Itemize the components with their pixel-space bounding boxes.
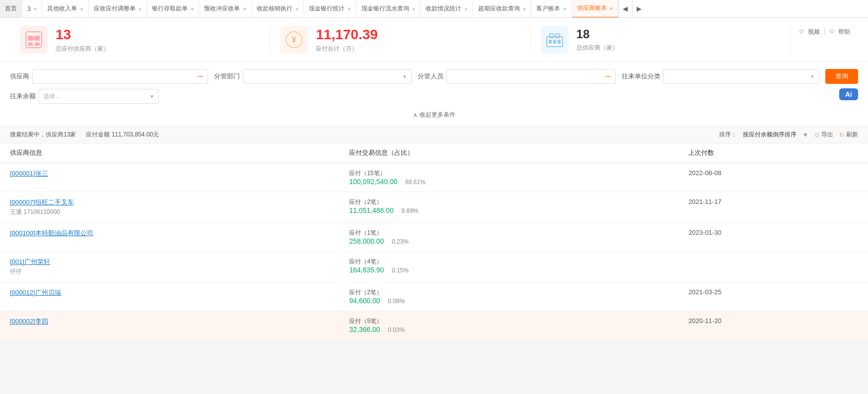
transaction-amount: 258,000.00: [349, 237, 384, 245]
close-icon[interactable]: ×: [464, 6, 467, 12]
close-icon[interactable]: ×: [34, 6, 37, 12]
transaction-pct: 0.15%: [392, 267, 409, 274]
nav-tab-cash-bank-stats[interactable]: 现金银行统计 ×: [304, 0, 356, 18]
filter-category-label: 往来单位分类: [622, 72, 660, 81]
nav-tab-advance-receive[interactable]: 预收冲应收单 ×: [199, 0, 251, 18]
refresh-button[interactable]: ↻ 刷新: [839, 131, 858, 139]
close-icon[interactable]: ×: [243, 6, 246, 12]
supplier-link[interactable]: [000001]张三: [10, 169, 349, 178]
nav-tab-home[interactable]: 首页: [0, 0, 22, 18]
nav-tab-ar-ap-adjust[interactable]: 应收应付调整单 ×: [89, 0, 147, 18]
close-icon[interactable]: ×: [412, 6, 415, 12]
results-bar: 搜索结果中，供应商13家 应付金额 111,703,854.00元 排序： 按应…: [0, 127, 868, 143]
video-icon: ⊙: [799, 28, 804, 35]
nav-tab-customer-ledger[interactable]: 客户账本 ×: [531, 0, 572, 18]
supplier-link[interactable]: [000002]李四: [10, 317, 349, 326]
transaction-label: 应付（15笔）: [349, 169, 688, 178]
summary-card1-number: 13: [56, 26, 109, 43]
dept-input[interactable]: ▼: [243, 69, 412, 84]
svg-text:¥: ¥: [32, 36, 35, 41]
nav-tab-collection-verify[interactable]: 收款核销执行 ×: [252, 0, 304, 18]
last-pay-date: 2021-11-17: [688, 198, 858, 205]
table-row: [000002]李四 应付（5笔） 32,366.00 0.03% 2020-1…: [0, 311, 868, 340]
close-icon[interactable]: ×: [295, 6, 298, 12]
summary-card2-number: 11,170.39: [316, 26, 378, 43]
transaction-cell: 应付（5笔） 32,366.00 0.03%: [349, 317, 688, 333]
transaction-amount: 100,092,540.00: [349, 178, 397, 186]
nav-tab-other-income[interactable]: 其他收入单 ×: [42, 0, 88, 18]
nav-prev-arrow[interactable]: ◀: [618, 0, 632, 18]
query-button[interactable]: 查询: [825, 69, 858, 84]
sort-value[interactable]: 按应付余额倒序排序: [743, 131, 796, 139]
filter-balance: 往来余额 选择... ▼: [10, 89, 159, 104]
summary-bar: ¥ 13 总应付供应商（家） ¥ 11,170.39 应付合计（万）: [0, 18, 868, 62]
table-header: 供应商信息 应付交易信息（占比） 上次付数: [0, 143, 868, 163]
transaction-amount: 11,051,486.00: [349, 206, 394, 214]
supplier-link[interactable]: [000007]恒旺二手叉车: [10, 198, 349, 207]
close-icon[interactable]: ×: [191, 6, 194, 12]
last-pay-date: 2022-08-08: [688, 169, 858, 177]
table-row: [000012]广州贝瑞 应付（2笔） 94,600.00 0.08% 2021…: [0, 282, 868, 311]
transaction-pct: 89.61%: [405, 179, 426, 186]
close-icon[interactable]: ×: [80, 6, 83, 12]
help-icon: ⊙: [829, 28, 834, 35]
supplier-info-cell: [001]广州荣轩 仔仔: [10, 258, 349, 276]
total-payable-icon: ¥: [280, 26, 308, 54]
nav-tab-collection-stats[interactable]: 收款情况统计 ×: [421, 0, 473, 18]
supplier-table: 供应商信息 应付交易信息（占比） 上次付数 [000001]张三 应付（15笔）…: [0, 143, 868, 340]
supplier-input[interactable]: ···: [32, 69, 208, 84]
collapse-button[interactable]: ∧ 收起更多条件: [413, 111, 455, 119]
nav-tab-cash-bank-flow[interactable]: 现金银行流水查询 ×: [357, 0, 421, 18]
nav-tab-overdue-ar[interactable]: 超期应收款查询 ×: [473, 0, 531, 18]
supplier-info-cell: [000100]本特勤油品有限公司: [10, 229, 349, 239]
results-info: 搜索结果中，供应商13家 应付金额 111,703,854.00元: [10, 131, 159, 139]
filter-dept: 分管部门 ▼: [214, 69, 412, 84]
close-icon[interactable]: ×: [139, 6, 142, 12]
last-pay-date: 2021-03-25: [688, 288, 858, 296]
person-input[interactable]: ···: [446, 69, 616, 84]
results-actions: 排序： 按应付余额倒序排序 ▼ ⊙ 导出 ↻ 刷新: [719, 131, 858, 139]
transaction-cell: 应付（15笔） 100,092,540.00 89.61%: [349, 169, 688, 186]
table-row: [001]广州荣轩 仔仔 应付（4笔） 164,635.90 0.15%: [0, 252, 868, 282]
filter-row-1: 供应商 ··· 分管部门 ▼ 分管人员 ··· 往来单位分类: [10, 69, 858, 84]
transaction-amount: 32,366.00: [349, 326, 380, 333]
supplier-info-cell: [000002]李四: [10, 317, 349, 327]
nav-next-arrow[interactable]: ▶: [632, 0, 646, 18]
transaction-label: 应付（4笔）: [349, 258, 688, 266]
close-icon[interactable]: ×: [523, 6, 526, 12]
sort-label: 排序：: [719, 131, 737, 139]
supplier-link[interactable]: [000012]广州贝瑞: [10, 288, 349, 297]
results-amount: 应付金额 111,703,854.00元: [86, 131, 159, 139]
balance-input[interactable]: 选择... ▼: [39, 89, 159, 104]
transaction-label: 应付（2笔）: [349, 288, 688, 297]
supplier-link[interactable]: [001]广州荣轩: [10, 258, 349, 266]
summary-card2-label: 应付合计（万）: [316, 45, 378, 53]
nav-tab-3[interactable]: 3 ×: [22, 0, 42, 18]
close-icon[interactable]: ×: [563, 6, 566, 12]
close-icon[interactable]: ×: [348, 6, 351, 12]
nav-tab-bank-deposit[interactable]: 银行存取款单 ×: [147, 0, 199, 18]
transaction-amount: 164,635.90: [349, 266, 384, 274]
ai-badge[interactable]: Ai: [839, 88, 858, 100]
total-suppliers-icon: [541, 26, 569, 54]
supplier-info-cell: [000007]恒旺二手叉车 王通 17106110000: [10, 198, 349, 216]
svg-rect-11: [549, 40, 552, 44]
transaction-cell: 应付（2笔） 94,600.00 0.08%: [349, 288, 688, 305]
export-button[interactable]: ⊙ 导出: [814, 131, 833, 139]
nav-tab-supplier-ledger[interactable]: 供应商账本 ×: [572, 0, 618, 18]
summary-card3-number: 18: [577, 27, 618, 42]
transaction-label: 应付（1笔）: [349, 229, 688, 237]
summary-card3-text: 18 总供应商（家）: [577, 27, 618, 52]
table-row: [000001]张三 应付（15笔） 100,092,540.00 89.61%…: [0, 163, 868, 192]
video-link[interactable]: 视频: [808, 28, 820, 36]
category-input[interactable]: ▼: [663, 69, 820, 84]
supplier-link[interactable]: [000100]本特勤油品有限公司: [10, 229, 349, 238]
top-right-links: ⊙ 视频 | ⊙ 帮助 Ai: [791, 26, 858, 54]
filter-category: 往来单位分类 ▼: [622, 69, 820, 84]
last-pay-date: 2023-01-30: [688, 229, 858, 236]
filter-row-2: 往来余额 选择... ▼: [10, 89, 858, 104]
supplier-sub: 仔仔: [10, 267, 349, 276]
close-icon[interactable]: ×: [610, 5, 613, 11]
filter-dept-label: 分管部门: [214, 72, 240, 81]
help-link[interactable]: 帮助: [838, 28, 850, 36]
